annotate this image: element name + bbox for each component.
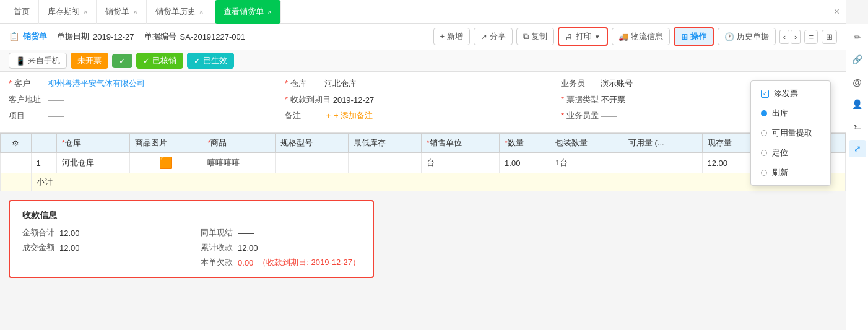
fullscreen-icon[interactable]: ⤢ (849, 140, 866, 157)
row-sales-unit: 台 (421, 153, 499, 173)
tab-home[interactable]: 首页 (5, 0, 39, 24)
add-note-button[interactable]: ＋ + 添加备注 (324, 110, 373, 121)
print-button[interactable]: 🖨 打印 ▼ (558, 27, 608, 46)
customer-field: 客户 柳州粤港平安气体有限公司 (9, 78, 285, 89)
tab-view-sales[interactable]: 查看销货单 × (215, 0, 280, 24)
col-package-qty: 包装数量 (550, 134, 623, 153)
col-quantity: *数量 (500, 134, 550, 153)
tab-inventory-init[interactable]: 库存期初 × (39, 0, 97, 24)
edit-icon[interactable]: ✏ (849, 28, 866, 46)
col-min-stock: 最低库存 (348, 134, 421, 153)
locate-dot (761, 150, 767, 156)
row-product-img: 🟧 (129, 153, 202, 173)
form-area: 客户 柳州粤港平安气体有限公司 仓库 河北仓库 业务员 演示账号 客户地址 ——… (0, 72, 846, 133)
refresh-dot (761, 170, 767, 176)
close-sales-order[interactable]: × (133, 8, 137, 15)
same-order-row: 同单现结 —— (201, 227, 360, 238)
col-warehouse: *仓库 (56, 134, 129, 153)
tab-sales-history[interactable]: 销货单历史 × (147, 0, 212, 24)
col-seq (31, 134, 56, 153)
tag-icon[interactable]: 🏷 (849, 118, 866, 135)
confirm-button[interactable]: ✓ (112, 54, 132, 68)
row-available (623, 153, 702, 173)
col-available: 可用量 (... (623, 134, 702, 153)
at-icon[interactable]: @ (849, 73, 866, 90)
dropdown-available-qty[interactable]: 可用量提取 (751, 123, 830, 143)
operations-icon: ⊞ (681, 32, 688, 41)
add-invoice-checkbox (761, 90, 769, 98)
not-open-ticket-button[interactable]: 未开票 (71, 53, 108, 69)
person-icon[interactable]: 👤 (849, 95, 866, 113)
tab-bar: 首页 库存期初 × 销货单 × 销货单历史 × 查看销货单 × × (0, 0, 846, 24)
warehouse-field: 仓库 河北仓库 (285, 78, 561, 89)
form-row-3: 项目 —— 备注 ＋ + 添加备注 业务员孟 —— (9, 110, 837, 121)
phone-icon: 📱 (15, 56, 25, 66)
check-icon-effective: ✓ (194, 56, 201, 66)
row-product: 嘻嘻嘻嘻 (202, 153, 276, 173)
row-seq: 1 (31, 153, 56, 173)
payment-date-field: 收款到期日 2019-12-27 (285, 94, 561, 105)
new-button[interactable]: + 新增 (433, 28, 470, 45)
logistics-button[interactable]: 🚚 物流信息 (612, 28, 670, 45)
right-sidebar: ✏ 🔗 @ 👤 🏷 ⤢ (846, 24, 868, 287)
operations-dropdown: 添发票 出库 可用量提取 定位 刷新 (750, 80, 831, 186)
col-spec: 规格型号 (276, 134, 349, 153)
share-button[interactable]: ↗ 分享 (474, 28, 513, 45)
history-icon: 🕐 (724, 32, 734, 41)
operations-highlight-box: ⊞ 操作 (674, 27, 714, 46)
subtotal-row: 小计 (1, 173, 846, 191)
table-header-row: ⚙ *仓库 商品图片 *商品 规格型号 最低库存 *销售单位 *数量 包装数量 … (1, 134, 846, 153)
close-sales-history[interactable]: × (199, 8, 203, 15)
row-gear (1, 153, 32, 173)
col-product: *商品 (202, 134, 276, 153)
note-field: 备注 ＋ + 添加备注 (285, 110, 561, 121)
address-field: 客户地址 —— (9, 94, 285, 105)
deal-amount-row: 成交金额 12.00 (22, 242, 182, 253)
payment-title: 收款信息 (22, 210, 360, 221)
header-actions: + 新增 ↗ 分享 ⧉ 复制 🖨 打印 ▼ 🚚 物流信息 ⊞ (433, 27, 837, 46)
close-view-sales[interactable]: × (267, 8, 271, 15)
doc-title: 📋 销货单 (9, 31, 47, 42)
payment-grid: 金额合计 12.00 同单现结 —— 成交金额 12.00 累计收款 12.00 (22, 227, 360, 268)
copy-button[interactable]: ⧉ 复制 (516, 28, 554, 45)
due-row: 本单欠款 0.00 （收款到期日: 2019-12-27） (201, 257, 360, 268)
row-package-qty: 1台 (550, 153, 623, 173)
outbound-dot (761, 110, 767, 116)
col-sales-unit: *销售单位 (421, 134, 499, 153)
already-cancelled-button[interactable]: ✓ 已核销 (136, 53, 183, 69)
col-gear: ⚙ (1, 134, 32, 153)
close-inventory-init[interactable]: × (84, 8, 87, 15)
payment-section: 收款信息 金额合计 12.00 同单现结 —— 成交金额 12.00 累计收款 … (0, 191, 846, 287)
cumulative-row: 累计收款 12.00 (201, 242, 360, 253)
share-icon: ↗ (480, 32, 487, 41)
operations-button[interactable]: ⊞ 操作 (675, 28, 713, 45)
from-phone-button[interactable]: 📱 来自手机 (9, 53, 67, 69)
row-spec (276, 153, 349, 173)
print-icon: 🖨 (565, 32, 573, 41)
already-effective-button[interactable]: ✓ 已生效 (187, 53, 234, 69)
dropdown-outbound[interactable]: 出库 (751, 103, 830, 123)
close-window-button[interactable]: × (834, 6, 840, 17)
product-table: ⚙ *仓库 商品图片 *商品 规格型号 最低库存 *销售单位 *数量 包装数量 … (0, 133, 846, 191)
form-row-2: 客户地址 —— 收款到期日 2019-12-27 票据类型 不开票 (9, 94, 837, 105)
dropdown-locate[interactable]: 定位 (751, 143, 830, 163)
view-toggle-list[interactable]: ≡ (804, 30, 818, 44)
tab-sales-order[interactable]: 销货单 × (97, 0, 146, 24)
link-icon[interactable]: 🔗 (849, 51, 866, 68)
toolbar-row: 📱 来自手机 未开票 ✓ ✓ 已核销 ✓ 已生效 (0, 50, 846, 72)
dropdown-refresh[interactable]: 刷新 (751, 163, 830, 183)
nav-prev[interactable]: ‹ (779, 30, 789, 44)
payment-info-box: 收款信息 金额合计 12.00 同单现结 —— 成交金额 12.00 累计收款 … (9, 200, 374, 278)
form-row-1: 客户 柳州粤港平安气体有限公司 仓库 河北仓库 业务员 演示账号 (9, 78, 837, 89)
project-field: 项目 —— (9, 110, 285, 121)
dropdown-add-invoice[interactable]: 添发票 (751, 84, 830, 103)
history-button[interactable]: 🕐 历史单据 (718, 28, 776, 45)
check-icon-cancelled: ✓ (143, 56, 150, 66)
available-qty-dot (761, 130, 767, 136)
logistics-icon: 🚚 (618, 32, 628, 41)
nav-arrows: ‹ › (779, 30, 801, 44)
col-product-img: 商品图片 (129, 134, 202, 153)
view-toggle-grid[interactable]: ⊞ (822, 30, 837, 44)
nav-next[interactable]: › (791, 30, 801, 44)
copy-icon: ⧉ (523, 32, 529, 41)
